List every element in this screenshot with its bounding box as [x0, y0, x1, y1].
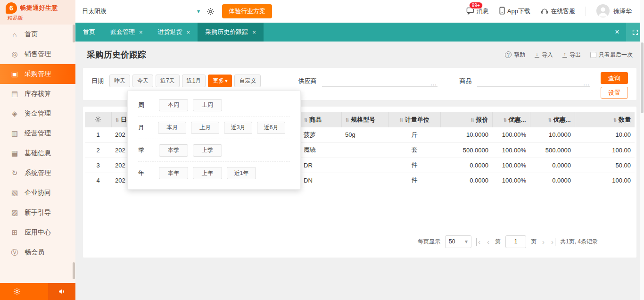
option-last-6-months[interactable]: 近6月 [257, 122, 285, 134]
page-number-input[interactable] [505, 235, 526, 248]
settings-button[interactable]: 设置 [601, 87, 628, 99]
settings-gear-icon[interactable] [13, 288, 21, 295]
announcement-speaker-icon[interactable] [48, 283, 75, 300]
option-last-month[interactable]: 上月 [191, 122, 219, 134]
group-label: 季 [138, 146, 159, 155]
cell-discount-price: 0.0000 [530, 158, 575, 173]
sidebar-item-inventory[interactable]: ▤ 库存核算 [0, 84, 75, 104]
column-header-unit[interactable]: ⇅计量单位 [388, 112, 440, 127]
column-header-discount-price[interactable]: ⇅优惠... [530, 112, 575, 127]
sidebar-item-guide[interactable]: ▨ 新手引导 [0, 203, 75, 223]
date-quick-today[interactable]: 今天 [132, 75, 153, 87]
sidebar-item-collaboration[interactable]: ▧ 企业协同 [0, 183, 75, 203]
option-last-year[interactable]: 上年 [193, 167, 222, 179]
column-header-qty[interactable]: ⇅数量 [575, 112, 635, 127]
last-only-toggle[interactable]: 只看最后一次 [590, 51, 633, 59]
product-input[interactable] [477, 79, 582, 86]
cell-qty: 10.00 [575, 127, 635, 142]
prev-page-icon[interactable]: ‹ [486, 238, 490, 246]
sort-icon[interactable]: ⇅ [471, 117, 474, 123]
scrollbar-thumb[interactable] [641, 42, 644, 113]
help-button[interactable]: ? 帮助 [505, 51, 525, 59]
app-download-button[interactable]: App下载 [499, 7, 530, 16]
supplier-picker-ellipsis-icon[interactable]: … [429, 80, 438, 86]
option-this-week[interactable]: 本周 [159, 99, 188, 111]
collaboration-icon: ▧ [10, 189, 19, 197]
date-quick-7days[interactable]: 近7天 [156, 75, 180, 87]
row-index: 3 [85, 158, 111, 173]
sort-icon[interactable]: ⇅ [503, 117, 507, 123]
sidebar-item-system[interactable]: ↻ 系统管理 [0, 163, 75, 183]
phone-icon [499, 7, 505, 16]
sidebar-scrollbar-thumb[interactable] [73, 262, 75, 279]
purchase-icon: ▣ [10, 70, 19, 78]
option-this-year[interactable]: 本年 [159, 167, 188, 179]
sort-icon[interactable]: ⇅ [613, 117, 617, 123]
sidebar-item-label: 库存核算 [25, 90, 51, 98]
column-header-spec[interactable]: ⇅规格型号 [341, 112, 388, 127]
sidebar-item-base-info[interactable]: ▦ 基础信息 [0, 143, 75, 163]
product-picker-ellipsis-icon[interactable]: … [582, 80, 590, 86]
sort-icon[interactable]: ⇅ [548, 117, 552, 123]
sort-icon[interactable]: ⇅ [399, 117, 403, 123]
window-scrollbar[interactable] [640, 0, 644, 300]
dropdown-row-week: 周 本周 上周 [138, 94, 290, 117]
option-last-week[interactable]: 上周 [193, 99, 222, 111]
tab-home[interactable]: 首页 [75, 23, 103, 42]
account-book-select[interactable]: 日太阳膜 ▾ [82, 7, 200, 16]
sidebar-item-funds[interactable]: ◈ 资金管理 [0, 104, 75, 124]
option-this-month[interactable]: 本月 [158, 122, 186, 134]
supplier-input[interactable] [322, 79, 429, 86]
sidebar-item-label: 畅会员 [25, 248, 44, 257]
online-service-label: 在线客服 [551, 7, 575, 16]
tab-purchase-returns[interactable]: 进货退货 × [150, 23, 198, 42]
option-this-quarter[interactable]: 本季 [159, 144, 188, 157]
pagination-summary: 共1页, 4条记录 [560, 238, 598, 246]
close-all-tabs-icon[interactable]: × [608, 23, 626, 42]
sidebar-item-operations[interactable]: ▥ 经营管理 [0, 124, 75, 143]
group-label: 年 [138, 169, 159, 177]
sort-icon[interactable]: ⇅ [304, 117, 308, 123]
option-last-quarter[interactable]: 上季 [193, 144, 222, 157]
sidebar-scrollbar-thumb[interactable] [73, 25, 75, 42]
sort-icon[interactable]: ⇅ [346, 117, 349, 123]
option-last-12-months[interactable]: 近1年 [227, 167, 256, 179]
tab-account-books[interactable]: 账套管理 × [103, 23, 150, 42]
date-custom-button[interactable]: 自定义 [234, 75, 261, 87]
export-button[interactable]: ↑ 导出 [562, 51, 581, 59]
import-button[interactable]: ↓ 导入 [535, 51, 553, 59]
sort-icon[interactable]: ⇅ [116, 117, 119, 123]
tab-purchase-history-price[interactable]: 采购历史价跟踪 × [198, 23, 264, 42]
column-header-product[interactable]: ⇅商品 [300, 112, 341, 127]
account-settings-gear-icon[interactable] [206, 8, 215, 16]
column-header-price[interactable]: ⇅报价 [440, 112, 492, 127]
sidebar-item-purchase[interactable]: ▣ 采购管理 [0, 64, 75, 84]
sidebar-item-sales[interactable]: ◎ 销售管理 [0, 44, 75, 64]
close-icon[interactable]: × [252, 29, 256, 36]
close-icon[interactable]: × [139, 29, 143, 36]
per-page-select[interactable]: 50 ▾ [445, 235, 471, 248]
close-icon[interactable]: × [187, 29, 190, 36]
option-last-3-months[interactable]: 近3月 [224, 122, 252, 134]
last-only-checkbox[interactable] [590, 52, 596, 58]
last-page-icon[interactable]: › [550, 238, 555, 246]
online-service-button[interactable]: 在线客服 [541, 7, 575, 16]
date-quick-1month[interactable]: 近1月 [182, 75, 206, 87]
column-settings-gear-icon[interactable] [85, 112, 111, 127]
date-quick-yesterday[interactable]: 昨天 [109, 75, 130, 87]
date-more-button[interactable]: 更多▾ [208, 75, 232, 87]
sidebar-item-home[interactable]: ⌂ 首页 [0, 25, 75, 44]
group-label: 月 [138, 124, 158, 132]
industry-solution-button[interactable]: 体验行业方案 [222, 4, 272, 18]
first-page-icon[interactable]: ‹ [476, 238, 481, 246]
funds-icon: ◈ [10, 109, 19, 118]
sidebar-item-member[interactable]: Ⓥ 畅会员 [0, 242, 75, 262]
column-header-discount-rate[interactable]: ⇅优惠... [492, 112, 530, 127]
cell-product: 魔镜 [300, 142, 341, 158]
user-menu[interactable]: 徐泽华 [596, 4, 632, 19]
sidebar-item-app-center[interactable]: ⊞ 应用中心 [0, 223, 75, 242]
query-button[interactable]: 查询 [601, 72, 628, 84]
cell-product: 菠萝 [300, 127, 341, 142]
next-page-icon[interactable]: › [541, 238, 545, 246]
messages-button[interactable]: 99+ 消息 [466, 7, 489, 16]
